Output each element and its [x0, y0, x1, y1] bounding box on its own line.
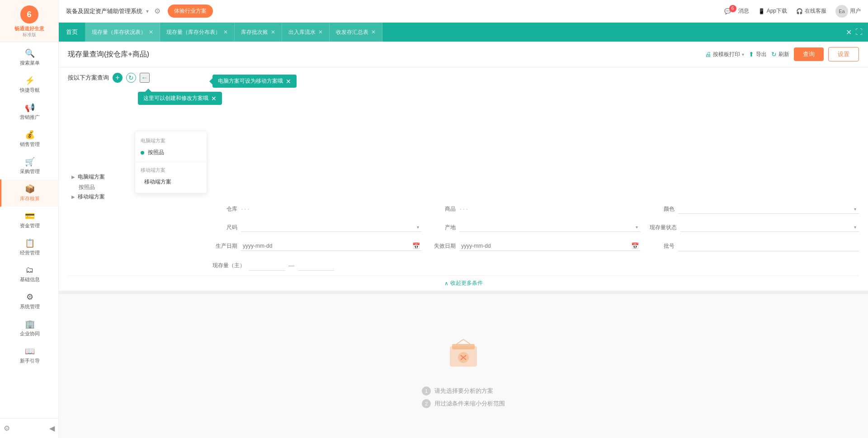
empty-state-illustration	[441, 330, 486, 376]
tab-home[interactable]: 首页	[59, 23, 85, 42]
tab-close-in-out-flow[interactable]: ✕	[318, 29, 323, 35]
sidebar-item-sales[interactable]: 💰 销售管理	[0, 125, 58, 152]
scheme-item-desktop1[interactable]: 按照品	[135, 145, 207, 160]
filter-batch-no: 批号	[650, 241, 859, 251]
prod-date-label: 生产日期	[212, 242, 237, 250]
desktop-scheme-label: 电脑端方案	[135, 135, 207, 145]
book-icon: 📖	[25, 346, 35, 356]
settings-bottom-icon[interactable]: ⚙	[4, 424, 10, 433]
tab-close-all-icon[interactable]: ✕	[846, 28, 852, 37]
logo-icon: 6	[20, 5, 38, 24]
tab-close-batch-ledger[interactable]: ✕	[271, 29, 275, 35]
megaphone-icon: 📢	[25, 103, 35, 113]
sidebar-item-inventory[interactable]: 📦 库存核算	[0, 179, 58, 207]
sidebar-bottom: ⚙ ◀	[0, 418, 58, 438]
expire-date-label: 失效日期	[431, 242, 456, 250]
size-select[interactable]: ▾	[241, 223, 422, 232]
sidebar-item-basic-info[interactable]: 🗂 基础信息	[0, 261, 58, 287]
sidebar-item-search[interactable]: 🔍 搜索菜单	[0, 44, 58, 71]
sidebar-item-guide[interactable]: 📖 新手引导	[0, 342, 58, 369]
expire-date-input-wrap[interactable]: 📅	[459, 241, 640, 251]
collapse-sidebar-icon[interactable]: ◀	[49, 424, 55, 433]
support-action[interactable]: 🎧 在线客服	[796, 7, 826, 15]
stock-qty-max-input[interactable]	[298, 260, 334, 271]
stock-status-select[interactable]: ▾	[680, 223, 859, 232]
sidebar-item-operations[interactable]: 📋 经营管理	[0, 234, 58, 261]
headset-icon: 🎧	[796, 8, 803, 14]
sidebar-logo: 6 畅通道好生意 标准版	[0, 0, 58, 42]
empty-step-2: 2 用过滤条件来缩小分析范围	[422, 399, 505, 408]
prod-date-calendar-icon[interactable]: 📅	[412, 242, 420, 250]
industry-btn[interactable]: 体验行业方案	[168, 5, 213, 18]
svg-rect-1	[452, 344, 475, 349]
tab-batch-ledger[interactable]: 库存批次账 ✕	[235, 23, 282, 42]
set-button[interactable]: 设置	[828, 47, 859, 61]
expire-date-calendar-icon[interactable]: 📅	[631, 242, 639, 250]
export-action[interactable]: ⬆ 导出	[749, 51, 767, 58]
product-label: 商品	[431, 205, 456, 213]
filter-header: 按以下方案查询 + ↻ ←	[68, 73, 859, 83]
filter-label: 按以下方案查询	[68, 74, 109, 82]
system-dropdown-icon[interactable]: ▾	[146, 8, 149, 14]
sidebar-item-marketing[interactable]: 📢 营销推广	[0, 98, 58, 125]
sidebar-item-purchase[interactable]: 🛒 采购管理	[0, 152, 58, 179]
stock-qty-min-input[interactable]	[249, 260, 285, 271]
scheme-item-mobile1[interactable]: 移动端方案	[135, 174, 207, 189]
building-icon: 🏢	[25, 319, 35, 329]
sidebar-item-enterprise[interactable]: 🏢 企业协同	[0, 315, 58, 342]
mobile-scheme-row: ▶ 移动端方案	[71, 193, 859, 201]
batch-no-label: 批号	[650, 242, 675, 250]
settings-icon[interactable]: ⚙	[154, 7, 160, 15]
page-actions: 🖨 按模板打印 ▾ ⬆ 导出 ↻ 刷新 查询 设置	[705, 47, 859, 61]
tab-collect-summary[interactable]: 收发存汇总表 ✕	[330, 23, 382, 42]
cart-icon: 🛒	[25, 157, 35, 167]
query-button[interactable]: 查询	[794, 47, 824, 61]
desktop-scheme-title: 电脑端方案	[78, 173, 105, 181]
tab-close-inventory-dist[interactable]: ✕	[223, 29, 228, 35]
sidebar-item-finance[interactable]: 💳 资金管理	[0, 207, 58, 234]
tab-inventory-dist[interactable]: 现存量（库存分布表） ✕	[160, 23, 235, 42]
color-select[interactable]: ▾	[678, 205, 859, 214]
tab-close-collect-summary[interactable]: ✕	[371, 29, 376, 35]
system-title: 装备及固定资产辅助管理系统	[66, 7, 142, 15]
folder-icon: 🗂	[26, 265, 34, 275]
collapse-button[interactable]: ∧ 收起更多条件	[444, 279, 483, 287]
tab-in-out-flow[interactable]: 出入库流水 ✕	[282, 23, 330, 42]
tab-close-inventory-status[interactable]: ✕	[149, 29, 153, 35]
prod-date-input[interactable]	[243, 243, 410, 249]
empty-steps: 1 请先选择要分析的方案 2 用过滤条件来缩小分析范围	[422, 386, 505, 408]
tooltip-2-close[interactable]: ✕	[211, 95, 217, 102]
sidebar-item-quick-nav[interactable]: ⚡ 快捷导航	[0, 71, 58, 98]
messages-action[interactable]: 💬 6 消息	[724, 7, 749, 15]
sidebar-item-system[interactable]: ⚙ 系统管理	[0, 287, 58, 315]
filter-expire-date: 失效日期 📅	[431, 241, 640, 251]
step-2-num: 2	[422, 399, 431, 408]
header-right: 💬 6 消息 📱 App下载 🎧 在线客服 Ea 用户	[724, 5, 861, 18]
logo-title: 畅通道好生意	[14, 25, 44, 32]
content-area: 现存量查询(按仓库+商品) 🖨 按模板打印 ▾ ⬆ 导出 ↻ 刷新	[59, 42, 868, 438]
filter-back-button[interactable]: ←	[140, 73, 150, 83]
print-action[interactable]: 🖨 按模板打印 ▾	[705, 51, 744, 58]
tab-expand-icon[interactable]: ⛶	[855, 28, 863, 36]
tooltip-2-wrapper: 这里可以创建和修改方案哦 ✕	[138, 92, 222, 105]
origin-select[interactable]: ▾	[459, 223, 640, 232]
print-icon: 🖨	[705, 51, 711, 58]
expire-date-input[interactable]	[461, 243, 629, 249]
tooltip-1-close[interactable]: ✕	[286, 78, 291, 85]
filter-add-button[interactable]: +	[113, 73, 123, 83]
user-action[interactable]: Ea 用户	[835, 5, 861, 18]
filter-prod-date: 生产日期 📅	[212, 241, 422, 251]
refresh-action[interactable]: ↻ 刷新	[771, 51, 789, 58]
scheme-active-dot	[141, 151, 144, 155]
filter-origin: 产地 ▾	[431, 223, 640, 232]
stock-qty-label: 现存量（主）	[212, 262, 245, 269]
color-select-arrow: ▾	[854, 207, 856, 212]
tab-inventory-status[interactable]: 现存量（库存状况表） ✕	[85, 23, 160, 42]
lightning-icon: ⚡	[25, 75, 35, 85]
app-download-action[interactable]: 📱 App下载	[758, 7, 787, 15]
color-label: 颜色	[650, 205, 675, 213]
filter-sync-button[interactable]: ↻	[126, 73, 136, 83]
batch-no-input[interactable]	[678, 241, 859, 251]
prod-date-input-wrap[interactable]: 📅	[241, 241, 422, 251]
empty-state: 1 请先选择要分析的方案 2 用过滤条件来缩小分析范围	[59, 294, 868, 438]
